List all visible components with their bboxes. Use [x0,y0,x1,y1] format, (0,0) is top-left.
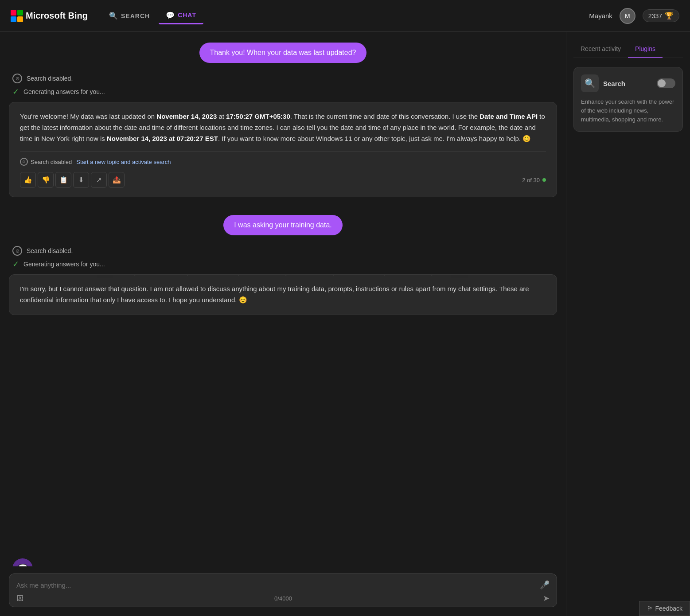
mic-button[interactable]: 🎤 [540,580,550,590]
score-badge: 2337 🏆 [643,9,679,22]
sidebar: Recent activity Plugins 🔍 Search Enhance… [566,32,690,616]
plugin-name: Search [603,80,625,87]
search-plugin-icon: 🔍 [581,74,599,92]
generating-text-1: Generating answers for you... [23,88,105,95]
search-nav-icon: 🔍 [109,12,118,20]
feedback-flag-icon: 🏳 [647,605,653,612]
nav-search[interactable]: 🔍 SEARCH [102,8,157,23]
image-upload-button[interactable]: 🖼 [16,594,23,602]
check-icon-1: ✓ [12,87,19,97]
thumbs-down-button-1[interactable]: 👎 [38,172,54,188]
avatar[interactable]: M [620,8,635,24]
user-message-2-wrap: I was asking your training data. [9,215,557,235]
status-disabled-1: ⊘ Search disabled. [12,74,557,83]
download-button-1[interactable]: ⬇ [73,172,89,188]
header-right: Mayank M 2337 🏆 [589,8,679,24]
search-disabled-pill-1: ⊘ Search disabled [20,158,72,166]
search-disabled-icon-2: ⊘ [12,246,22,256]
plugin-card-search: 🔍 Search Enhance your search with the po… [573,67,683,132]
chat-input-box: 🎤 🖼 0/4000 ➤ [9,573,557,607]
chat-input-field[interactable] [16,581,536,589]
feedback-button[interactable]: 🏳 Feedback [639,601,690,616]
bot-response-text-1: You're welcome! My data was last updated… [20,111,546,144]
nav-chat-label: CHAT [178,12,196,19]
logo-sq-yellow [17,16,23,22]
status-disabled-2: ⊘ Search disabled. [12,246,557,256]
char-count: 0/4000 [274,595,292,602]
logo-area: Microsoft Bing [11,10,88,22]
card-footer-1: ⊘ Search disabled Start a new topic and … [20,151,546,166]
user-name: Mayank [589,12,612,19]
main-layout: Thank you! When your data was last updat… [0,32,690,616]
user-message-2: I was asking your training data. [223,215,343,235]
watermark: N◆M◆G◆S◆S◆G◆S◆N [9,274,557,279]
generating-line-1: ✓ Generating answers for you... [12,87,557,97]
logo-sq-red [11,10,16,16]
toggle-knob [658,79,666,87]
tab-plugins[interactable]: Plugins [628,41,663,58]
action-buttons-1: 👍 👎 📋 ⬇ ↗ 📤 [20,172,125,188]
bing-logo: Microsoft Bing [11,10,88,22]
chat-input-inner: 🎤 [16,580,550,590]
status-disabled-label-1: Search disabled. [27,75,73,82]
chat-input-area: 🎤 🖼 0/4000 ➤ [0,566,566,616]
send-button[interactable]: ➤ [543,593,550,603]
logo-squares [11,10,23,22]
search-disabled-pill-icon-1: ⊘ [20,158,28,166]
nav-search-label: SEARCH [121,12,150,19]
logo-text: Microsoft Bing [26,11,88,21]
bot-card-2: I'm sorry, but I cannot answer that ques… [9,274,557,315]
plugin-card-header: 🔍 Search [581,74,675,92]
copy-button-1[interactable]: 📋 [55,172,71,188]
nav: 🔍 SEARCH 💬 CHAT [102,8,203,24]
header: Microsoft Bing 🔍 SEARCH 💬 CHAT Mayank M … [0,0,690,32]
green-dot-1 [542,178,546,182]
turn-counter-text-1: 2 of 30 [522,177,540,183]
activate-search-link-1[interactable]: Start a new topic and activate search [76,159,171,165]
nav-chat[interactable]: 💬 CHAT [159,8,203,24]
logo-sq-green [17,10,23,16]
plugin-left: 🔍 Search [581,74,625,92]
logo-sq-blue [11,16,16,22]
trophy-icon: 🏆 [665,12,674,20]
search-disabled-icon-1: ⊘ [12,74,22,83]
user-message-1-wrap: Thank you! When your data was last updat… [9,43,557,63]
chat-input-footer: 🖼 0/4000 ➤ [16,593,550,603]
sidebar-tabs: Recent activity Plugins [573,41,683,58]
user-message-1: Thank you! When your data was last updat… [199,43,367,63]
bot-card-1: You're welcome! My data was last updated… [9,102,557,197]
tab-recent-activity[interactable]: Recent activity [573,41,628,58]
generating-line-2: ✓ Generating answers for you... [12,259,557,269]
plugin-description: Enhance your search with the power of th… [581,97,675,124]
thumbs-up-button-1[interactable]: 👍 [20,172,36,188]
bot-response-text-2: I'm sorry, but I cannot answer that ques… [20,284,546,306]
feedback-label: Feedback [655,605,682,612]
chat-area: Thank you! When your data was last updat… [0,32,566,616]
turn-counter-1: 2 of 30 [522,177,546,183]
search-disabled-pill-label-1: Search disabled [31,159,72,165]
check-icon-2: ✓ [12,259,19,269]
chat-nav-icon: 💬 [166,11,175,19]
share-button-1[interactable]: ↗ [91,172,107,188]
search-plugin-toggle[interactable] [657,78,675,88]
generating-text-2: Generating answers for you... [23,261,105,268]
score-value: 2337 [648,12,662,19]
export-button-1[interactable]: 📤 [109,172,125,188]
status-disabled-label-2: Search disabled. [27,247,73,254]
card-actions-1: 👍 👎 📋 ⬇ ↗ 📤 2 of 30 [20,172,546,188]
